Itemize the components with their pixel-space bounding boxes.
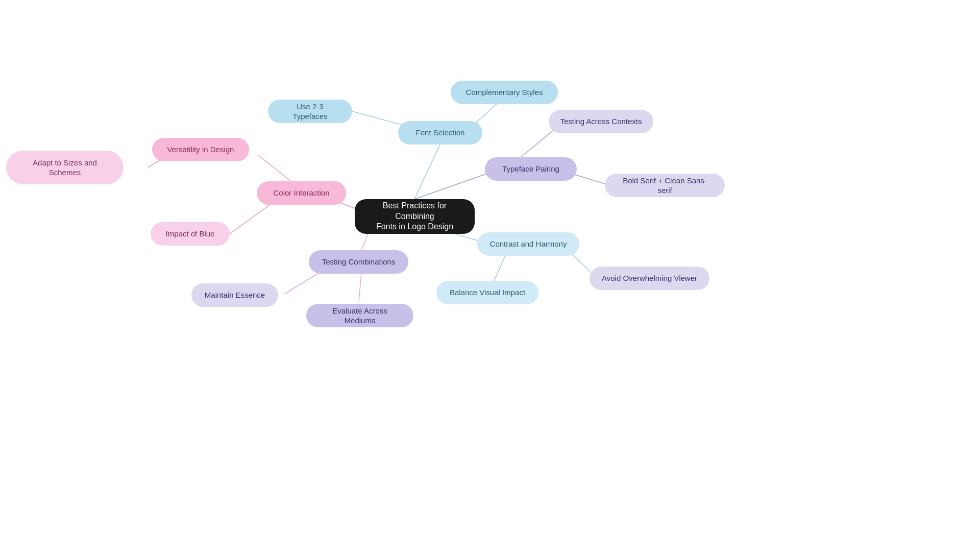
avoid-overwhelming-node[interactable]: Avoid Overwhelming Viewer	[590, 267, 709, 290]
typeface-pairing-node[interactable]: Typeface Pairing	[485, 157, 577, 181]
maintain-essence-node[interactable]: Maintain Essence	[191, 283, 278, 307]
svg-line-4	[258, 155, 291, 181]
testing-contexts-node[interactable]: Testing Across Contexts	[549, 110, 653, 133]
balance-visual-node[interactable]: Balance Visual Impact	[436, 281, 538, 304]
evaluate-mediums-node[interactable]: Evaluate Across Mediums	[306, 304, 413, 327]
testing-combinations-node[interactable]: Testing Combinations	[309, 250, 408, 274]
use-typefaces-node[interactable]: Use 2-3 Typefaces	[268, 100, 352, 123]
bold-serif-node[interactable]: Bold Serif + Clean Sans-serif	[605, 174, 725, 197]
color-interaction-node[interactable]: Color Interaction	[257, 181, 346, 205]
contrast-harmony-node[interactable]: Contrast and Harmony	[477, 232, 579, 256]
impact-blue-node[interactable]: Impact of Blue	[151, 222, 230, 246]
font-selection-node[interactable]: Font Selection	[398, 121, 482, 145]
complementary-styles-node[interactable]: Complementary Styles	[451, 81, 558, 104]
versatility-node[interactable]: Versatility in Design	[152, 138, 249, 161]
svg-line-0	[414, 143, 440, 199]
center-node[interactable]: Best Practices for Combining Fonts in Lo…	[355, 199, 475, 234]
adapt-sizes-node[interactable]: Adapt to Sizes and Schemes	[6, 151, 124, 184]
